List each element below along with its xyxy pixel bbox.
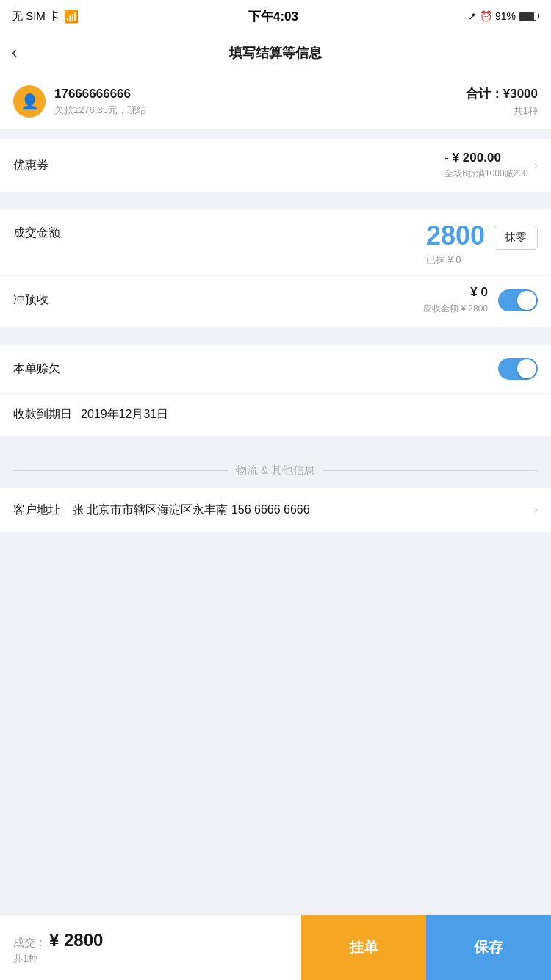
logistics-divider: 物流 & 其他信息 [0, 453, 551, 488]
coupon-right: - ¥ 200.00 全场6折满1000减200 › [444, 151, 538, 180]
debt-label: 本单赊欠 [13, 361, 60, 377]
amount-value: 2800 [426, 223, 485, 249]
section-gap-4 [0, 541, 551, 688]
total-amount: 合计：¥3000 [466, 85, 538, 102]
section-gap-3 [0, 444, 551, 453]
coupon-chevron-icon: › [534, 159, 538, 172]
address-card[interactable]: 客户地址 张 北京市市辖区海淀区永丰南 156 6666 6666 › [0, 488, 551, 532]
debt-row: 本单赊欠 [0, 345, 551, 393]
prepay-receivable: 应收金额 ¥ 2800 [423, 303, 488, 315]
customer-debt: 欠款1276.35元，现结 [54, 104, 146, 117]
status-bar: 无 SIM 卡 📶 下午4:03 ↗ ⏰ 91% [0, 0, 551, 32]
status-left: 无 SIM 卡 📶 [12, 10, 79, 24]
toggle-knob [517, 291, 536, 310]
coupon-label: 优惠券 [13, 158, 48, 173]
section-gap-1 [0, 201, 551, 209]
bottom-amount: ¥ 2800 [49, 930, 103, 951]
prepay-label: 冲预收 [13, 292, 48, 308]
coupon-card[interactable]: 优惠券 - ¥ 200.00 全场6折满1000减200 › [0, 139, 551, 192]
due-date-row: 收款到期日 2019年12月31日 [0, 393, 551, 436]
debt-card: 本单赊欠 收款到期日 2019年12月31日 [0, 345, 551, 436]
alarm-icon: ⏰ [480, 10, 492, 22]
hang-button[interactable]: 挂单 [301, 915, 426, 981]
amount-right: 2800 已抹 ¥ 0 抹零 [426, 223, 538, 267]
nav-bar: ‹ 填写结算等信息 [0, 32, 551, 73]
prepay-right: ¥ 0 应收金额 ¥ 2800 [423, 285, 538, 315]
status-right: ↗ ⏰ 91% [468, 10, 539, 22]
divider-line-right [323, 470, 538, 471]
amount-sub: 已抹 ¥ 0 [426, 253, 485, 267]
carrier-text: 无 SIM 卡 [12, 10, 60, 24]
address-label: 客户地址 [13, 502, 60, 518]
coupon-description: 全场6折满1000减200 [444, 167, 527, 180]
location-icon: ↗ [468, 10, 477, 22]
main-content: 👤 17666666666 欠款1276.35元，现结 合计：¥3000 共1种… [0, 73, 551, 754]
logistics-text: 物流 & 其他信息 [236, 464, 315, 478]
due-date-label: 收款到期日 [13, 407, 72, 422]
wifi-icon: 📶 [64, 10, 79, 24]
due-date-value: 2019年12月31日 [81, 407, 168, 422]
debt-toggle[interactable] [498, 358, 538, 380]
customer-right: 合计：¥3000 共1种 [466, 85, 538, 118]
bottom-count: 共1种 [13, 952, 288, 965]
customer-card: 👤 17666666666 欠款1276.35元，现结 合计：¥3000 共1种 [0, 73, 551, 130]
status-time: 下午4:03 [248, 8, 298, 25]
debt-toggle-knob [517, 359, 536, 378]
bottom-info: 成交： ¥ 2800 共1种 [0, 930, 301, 965]
prepay-row: 冲预收 ¥ 0 应收金额 ¥ 2800 [0, 275, 551, 327]
page-title: 填写结算等信息 [229, 44, 322, 62]
customer-row: 👤 17666666666 欠款1276.35元，现结 合计：¥3000 共1种 [0, 73, 551, 130]
address-chevron-icon: › [534, 503, 538, 516]
battery-percent: 91% [495, 10, 516, 22]
customer-info: 17666666666 欠款1276.35元，现结 [54, 87, 146, 117]
customer-left: 👤 17666666666 欠款1276.35元，现结 [13, 85, 146, 118]
prepay-toggle[interactable] [498, 289, 538, 311]
section-gap-2 [0, 336, 551, 345]
address-row[interactable]: 客户地址 张 北京市市辖区海淀区永丰南 156 6666 6666 › [0, 488, 551, 532]
round-button[interactable]: 抹零 [494, 226, 538, 250]
bottom-bar: 成交： ¥ 2800 共1种 挂单 保存 [0, 914, 551, 980]
coupon-value: - ¥ 200.00 [444, 151, 527, 165]
coupon-row[interactable]: 优惠券 - ¥ 200.00 全场6折满1000减200 › [0, 139, 551, 192]
divider-line-left [13, 470, 228, 471]
customer-phone: 17666666666 [54, 87, 146, 101]
back-button[interactable]: ‹ [12, 43, 17, 62]
amount-label: 成交金额 [13, 223, 60, 241]
total-count: 共1种 [466, 104, 538, 118]
bottom-deal-label: 成交： [13, 936, 46, 950]
address-value: 张 北京市市辖区海淀区永丰南 156 6666 6666 [72, 501, 528, 519]
save-button[interactable]: 保存 [426, 915, 551, 981]
avatar-icon: 👤 [21, 93, 39, 110]
amount-row: 成交金额 2800 已抹 ¥ 0 抹零 [0, 209, 551, 275]
prepay-values: ¥ 0 应收金额 ¥ 2800 [423, 285, 488, 315]
battery-icon [519, 12, 539, 21]
amount-card: 成交金额 2800 已抹 ¥ 0 抹零 冲预收 ¥ 0 应收金额 ¥ 2800 [0, 209, 551, 327]
avatar: 👤 [13, 85, 46, 118]
prepay-amount: ¥ 0 [423, 285, 488, 300]
